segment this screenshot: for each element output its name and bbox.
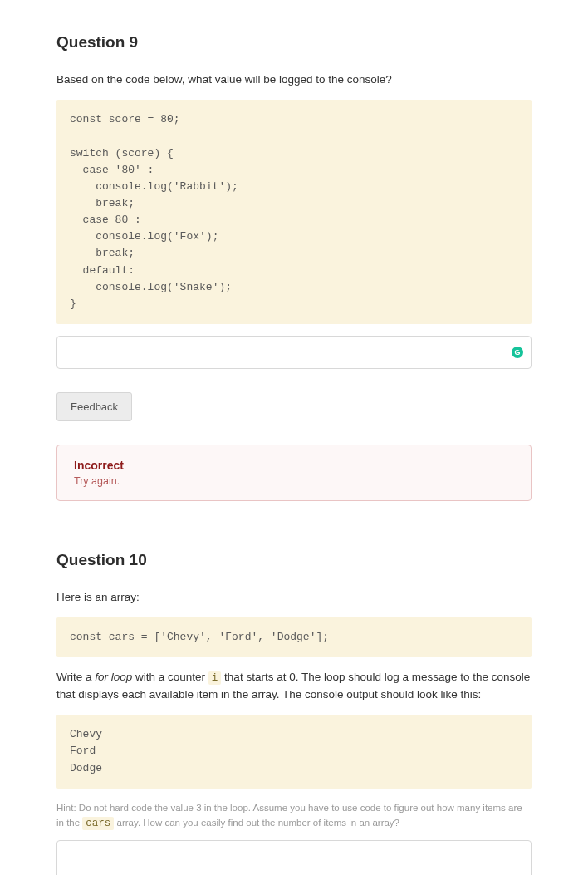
question-10-answer-textarea[interactable] — [56, 840, 532, 875]
question-10-code-array: const cars = ['Chevy', 'Ford', 'Dodge']; — [56, 617, 532, 657]
question-10-expected-output: Chevy Ford Dodge — [56, 715, 532, 788]
feedback-button[interactable]: Feedback — [56, 392, 132, 421]
question-10-title: Question 10 — [56, 551, 532, 569]
question-9: Question 9 Based on the code below, what… — [56, 33, 532, 501]
question-10-hint: Hint: Do not hard code the value 3 in th… — [56, 800, 532, 832]
question-9-code: const score = 80; switch (score) { case … — [56, 100, 532, 324]
question-9-prompt: Based on the code below, what value will… — [56, 71, 532, 88]
question-10-intro: Here is an array: — [56, 589, 532, 606]
question-9-title: Question 9 — [56, 33, 532, 52]
question-9-answer-input[interactable] — [56, 336, 532, 369]
incorrect-alert: Incorrect Try again. — [56, 445, 532, 501]
grammarly-icon: G — [512, 347, 523, 358]
hint-fragment: array. How can you easily find out the n… — [114, 818, 399, 828]
cars-code: cars — [82, 817, 114, 830]
answer-input-wrap: G — [56, 336, 532, 369]
counter-i-code: i — [208, 671, 222, 685]
alert-title: Incorrect — [74, 459, 514, 472]
question-10-instructions: Write a for loop with a counter i that s… — [56, 669, 532, 703]
question-10: Question 10 Here is an array: const cars… — [56, 551, 532, 875]
alert-subtext: Try again. — [74, 475, 514, 487]
text-fragment: Write a — [56, 671, 95, 683]
forloop-emphasis: for loop — [95, 671, 132, 683]
answer-textarea-wrap — [56, 840, 532, 875]
text-fragment: with a counter — [132, 671, 208, 683]
